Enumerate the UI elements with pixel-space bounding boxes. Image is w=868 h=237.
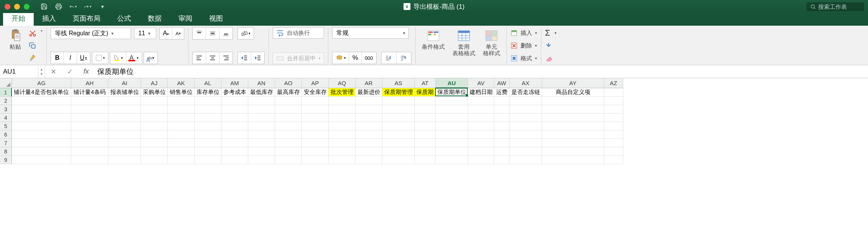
cell[interactable]: 最高库存 [275,88,302,97]
tab-审阅[interactable]: 审阅 [170,12,201,26]
cell[interactable] [355,156,382,164]
cell[interactable] [168,122,195,130]
cell[interactable] [221,122,248,130]
cell[interactable] [141,147,168,156]
cell[interactable] [542,130,604,139]
cell[interactable] [415,156,436,164]
cell[interactable] [604,105,623,114]
cell[interactable] [382,97,415,105]
cell[interactable] [542,122,604,130]
cell[interactable] [329,139,355,147]
cell[interactable] [195,105,221,114]
cell[interactable] [436,114,468,122]
search-box[interactable] [806,2,864,11]
cell[interactable]: 报表辅单位 [108,88,141,97]
redo-icon[interactable]: ▾ [84,3,92,10]
cell[interactable]: 商品自定义项 [542,88,604,97]
cell[interactable] [221,114,248,122]
cell[interactable] [221,105,248,114]
cell[interactable] [542,156,604,164]
cell[interactable] [604,88,623,97]
align-left-button[interactable] [193,52,206,64]
cell[interactable] [168,139,195,147]
align-top-button[interactable] [193,28,206,39]
cell[interactable] [108,105,141,114]
cell[interactable] [604,130,623,139]
column-header[interactable]: AX [509,78,542,88]
cell[interactable] [509,114,542,122]
paste-dropdown-icon[interactable]: ▾ [41,29,43,33]
cell[interactable] [436,147,468,156]
cell[interactable] [71,122,108,130]
cell[interactable] [71,147,108,156]
italic-button[interactable]: I [64,52,77,64]
fx-button[interactable]: fx [78,67,94,76]
cell[interactable] [494,105,509,114]
cell[interactable] [604,147,623,156]
column-header[interactable]: AH [71,78,108,88]
cell[interactable] [382,147,415,156]
column-header[interactable]: AR [355,78,382,88]
comma-button[interactable]: 000 [362,52,376,64]
column-header[interactable]: AU [436,78,468,88]
column-header[interactable]: AK [168,78,195,88]
paste-button[interactable]: 粘贴 [6,27,25,64]
cell[interactable] [329,147,355,156]
cell[interactable] [195,114,221,122]
cell[interactable] [275,147,302,156]
cell[interactable] [108,130,141,139]
column-header[interactable]: AW [494,78,509,88]
cell[interactable]: 最新进价 [355,88,382,97]
cell[interactable] [604,122,623,130]
cell[interactable] [248,97,275,105]
cell[interactable] [168,147,195,156]
cell[interactable] [542,114,604,122]
cell[interactable] [195,156,221,164]
cell[interactable]: 采购单位 [141,88,168,97]
column-header[interactable]: AP [302,78,329,88]
cell[interactable] [415,139,436,147]
cell[interactable] [542,147,604,156]
cell[interactable]: 库存单位 [195,88,221,97]
cell[interactable]: 保质期单位 [436,88,468,97]
qat-customize-icon[interactable]: ▾ [98,3,106,10]
cell[interactable] [509,147,542,156]
cell[interactable] [248,156,275,164]
cell[interactable] [415,147,436,156]
cell[interactable] [355,139,382,147]
cell[interactable] [302,156,329,164]
row-header[interactable]: 9 [0,156,12,164]
cell[interactable] [415,122,436,130]
cell[interactable] [542,105,604,114]
cell[interactable] [248,122,275,130]
cell[interactable]: 批次管理 [329,88,355,97]
name-box[interactable]: AU1 [0,65,38,78]
cell[interactable] [355,105,382,114]
align-center-button[interactable] [206,52,219,64]
align-right-button[interactable] [219,52,233,64]
fill-button[interactable] [545,40,557,51]
cell[interactable] [415,105,436,114]
shrink-font-button[interactable]: A▾ [172,28,184,39]
cell[interactable] [221,130,248,139]
cell[interactable] [141,114,168,122]
cell[interactable] [302,105,329,114]
cell[interactable] [141,97,168,105]
column-header[interactable]: AL [195,78,221,88]
wrap-text-button[interactable]: 自动换行 [273,27,324,39]
cell[interactable] [468,156,494,164]
cell[interactable] [542,139,604,147]
cell[interactable] [468,122,494,130]
row-header[interactable]: 6 [0,130,12,139]
cell[interactable] [436,130,468,139]
cell[interactable] [221,139,248,147]
cell[interactable] [329,122,355,130]
cell[interactable] [355,97,382,105]
column-header[interactable]: AI [108,78,141,88]
column-header[interactable]: AQ [329,78,355,88]
copy-button[interactable] [27,40,38,51]
cell[interactable] [415,114,436,122]
cell[interactable] [604,139,623,147]
cell[interactable] [468,130,494,139]
cell[interactable] [415,97,436,105]
